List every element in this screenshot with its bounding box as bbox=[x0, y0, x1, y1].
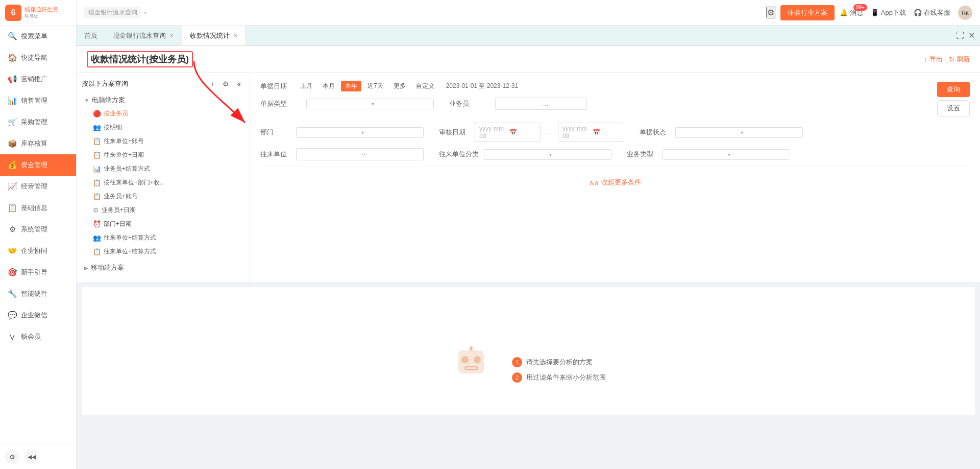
trial-button[interactable]: 体验行业方案 bbox=[780, 5, 835, 20]
unit-date-icon: 📋 bbox=[93, 151, 101, 159]
sidebar-footer: ⚙ ◀◀ bbox=[0, 444, 76, 469]
collapse-filter-button[interactable]: ∧∧ 收起更多条件 bbox=[585, 174, 645, 191]
date-tab-last7[interactable]: 近7天 bbox=[363, 81, 387, 91]
empty-step-2: 2 用过滤条件来缩小分析范围 bbox=[512, 372, 606, 383]
scheme-item-unit-settlement2[interactable]: 📋 往来单位+结算方式 bbox=[82, 245, 244, 259]
main-area: 现金银行流水查询 ▾ ⚙ 体验行业方案 🔔 消息 99+ 📱 App下载 🎧 在… bbox=[77, 0, 980, 469]
scheme-item-salesperson-account[interactable]: 📋 业务员+账号 bbox=[82, 190, 244, 203]
scheme-item-by-mingxi[interactable]: 👥 按明细 bbox=[82, 121, 244, 134]
empty-illustration: 1 请先选择要分析的方案 2 用过滤条件来缩小分析范围 bbox=[451, 340, 606, 383]
refresh-button[interactable]: ↻ 刷新 bbox=[949, 55, 970, 64]
scheme-add-button[interactable]: + bbox=[207, 78, 218, 89]
doc-status-select[interactable]: ▾ bbox=[675, 127, 803, 138]
sidebar-item-sales[interactable]: 📊 销售管理 bbox=[0, 90, 76, 111]
counterpart-dots-icon[interactable]: ··· bbox=[362, 151, 419, 158]
salesperson-dots-icon[interactable]: ... bbox=[543, 100, 582, 107]
unit-settlement1-icon: 👥 bbox=[93, 234, 101, 242]
date-tab-this-month[interactable]: 本月 bbox=[318, 81, 339, 91]
scheme-settings-button[interactable]: ⚙ bbox=[220, 78, 231, 89]
sales-icon: 📊 bbox=[8, 96, 17, 105]
salesperson-icon: 🔴 bbox=[93, 110, 101, 118]
mobile-expand-icon: ▶ bbox=[84, 265, 88, 271]
review-date-start[interactable]: yyyy-mm-dd 📅 bbox=[475, 123, 541, 142]
breadcrumb-area: 现金银行流水查询 ▾ bbox=[84, 7, 761, 18]
sidebar-item-system[interactable]: ⚙ 系统管理 bbox=[0, 219, 76, 240]
date-tab-last-month[interactable]: 上月 bbox=[296, 81, 316, 91]
query-button[interactable]: 查询 bbox=[937, 82, 970, 97]
salesperson-settlement-icon: 📊 bbox=[93, 165, 101, 173]
gear-button[interactable]: ⚙ bbox=[766, 7, 775, 18]
settings-button[interactable]: 设置 bbox=[937, 100, 970, 116]
sidebar-collapse-btn[interactable]: ◀◀ bbox=[24, 450, 39, 464]
doc-status-label: 单据状态 bbox=[640, 128, 670, 137]
breadcrumb: 现金银行流水查询 bbox=[84, 7, 141, 18]
sidebar-item-guide[interactable]: 🎯 新手引导 bbox=[0, 262, 76, 283]
tab-close-bank-flow[interactable]: ✕ bbox=[169, 32, 174, 39]
sidebar-item-search[interactable]: 🔍 搜索菜单 bbox=[0, 26, 76, 47]
dept-select[interactable]: ▾ bbox=[296, 127, 424, 138]
date-tab-custom[interactable]: 自定义 bbox=[412, 81, 438, 91]
scheme-item-dept-date[interactable]: ⏰ 部门+日期 bbox=[82, 217, 244, 231]
sidebar-item-quick-nav[interactable]: 🏠 快捷导航 bbox=[0, 47, 76, 68]
filter-date-section: 单据日期 上月 本月 本年 近7天 更多 自定义 2023-01-01 至 20… bbox=[260, 81, 927, 116]
home-icon: 🏠 bbox=[8, 53, 17, 62]
avatar[interactable]: Rit bbox=[958, 6, 972, 20]
dept-date-icon: ⏰ bbox=[93, 220, 101, 228]
sidebar-item-marketing[interactable]: 📢 营销推广 bbox=[0, 68, 76, 90]
scheme-item-unit-dept[interactable]: 📋 按往来单位+部门+收... bbox=[82, 176, 244, 190]
counterpart-select[interactable]: ··· bbox=[296, 148, 424, 160]
sidebar-item-basic[interactable]: 📋 基础信息 bbox=[0, 197, 76, 219]
scheme-group-mobile-header[interactable]: ▶ 移动端方案 bbox=[82, 261, 244, 274]
refresh-icon: ↻ bbox=[949, 56, 954, 63]
scheme-item-unit-settlement1[interactable]: 👥 往来单位+结算方式 bbox=[82, 231, 244, 245]
business-type-select[interactable]: ▾ bbox=[663, 149, 790, 160]
scheme-item-unit-account[interactable]: 📋 往来单位+账号 bbox=[82, 134, 244, 148]
scheme-group-desktop-header[interactable]: ▼ 电脑端方案 bbox=[82, 93, 244, 107]
group-expand-icon: ▼ bbox=[84, 98, 89, 103]
sidebar-item-inventory[interactable]: 📦 库存核算 bbox=[0, 133, 76, 154]
download-icon: 📱 bbox=[871, 9, 879, 16]
basic-icon: 📋 bbox=[8, 203, 17, 213]
filter-row-doc-type: 单据类型 ▾ 业务员 ... bbox=[260, 98, 927, 110]
action-buttons: 查询 设置 bbox=[937, 81, 970, 116]
collapse-icon: ∧∧ bbox=[589, 179, 599, 186]
scheme-group-desktop: ▼ 电脑端方案 🔴 按业务员 👥 按明细 📋 往来单位+账号 bbox=[82, 93, 244, 259]
tab-bank-flow[interactable]: 现金银行流水查询 ✕ bbox=[105, 26, 182, 45]
scheme-item-salesperson-settlement[interactable]: 📊 业务员+结算方式 bbox=[82, 162, 244, 176]
purchase-icon: 🛒 bbox=[8, 118, 17, 127]
sidebar-item-purchase[interactable]: 🛒 采购管理 bbox=[0, 111, 76, 133]
review-date-end[interactable]: yyyy-mm-dd 📅 bbox=[558, 123, 624, 142]
dept-chevron-icon: ▾ bbox=[361, 130, 420, 135]
tab-home[interactable]: 首页 bbox=[77, 26, 105, 45]
customer-service-button[interactable]: 🎧 在线客服 bbox=[914, 8, 950, 17]
date-tab-this-year[interactable]: 本年 bbox=[341, 81, 361, 91]
date-tab-more[interactable]: 更多 bbox=[389, 81, 410, 91]
sidebar-item-wechat[interactable]: 💬 企业微信 bbox=[0, 304, 76, 326]
counterpart-category-select[interactable]: ▾ bbox=[484, 149, 611, 160]
sidebar-item-operations[interactable]: 📈 经营管理 bbox=[0, 176, 76, 197]
salesperson-account-icon: 📋 bbox=[93, 193, 101, 200]
sidebar-item-enterprise[interactable]: 🤝 企业协同 bbox=[0, 240, 76, 262]
member-icon: V bbox=[8, 332, 17, 341]
salesperson-select[interactable]: ... bbox=[495, 98, 587, 110]
scheme-collapse-button[interactable]: « bbox=[233, 78, 244, 89]
scheme-item-unit-date[interactable]: 📋 往来单位+日期 bbox=[82, 148, 244, 162]
scheme-item-salesperson-date[interactable]: ⚙ 业务员+日期 bbox=[82, 203, 244, 217]
scheme-item-by-salesperson[interactable]: 🔴 按业务员 bbox=[82, 107, 244, 121]
sidebar-item-hardware[interactable]: 🔧 智能硬件 bbox=[0, 283, 76, 304]
unit-settlement2-icon: 📋 bbox=[93, 248, 101, 255]
tab-window-close-icon[interactable]: ✕ bbox=[968, 31, 975, 40]
logo-badge: 标准版 bbox=[24, 13, 58, 19]
sidebar-item-member[interactable]: V 畅会员 bbox=[0, 326, 76, 347]
scheme-group-mobile: ▶ 移动端方案 bbox=[82, 261, 244, 274]
notification-button[interactable]: 🔔 消息 99+ bbox=[840, 8, 863, 17]
tab-collection-stats[interactable]: 收款情况统计 ✕ bbox=[182, 26, 246, 45]
doc-type-select[interactable]: ▾ bbox=[306, 99, 434, 109]
sidebar-settings-btn[interactable]: ⚙ bbox=[5, 450, 19, 464]
tab-close-collection-stats[interactable]: ✕ bbox=[233, 32, 238, 39]
app-download-button[interactable]: 📱 App下载 bbox=[871, 8, 906, 17]
sidebar-item-finance[interactable]: 💰 资金管理 bbox=[0, 154, 76, 176]
export-button[interactable]: ↑ 导出 bbox=[924, 55, 943, 64]
tab-maximize-icon[interactable]: ⛶ bbox=[956, 31, 964, 40]
page-header-actions: ↑ 导出 ↻ 刷新 bbox=[924, 55, 970, 64]
